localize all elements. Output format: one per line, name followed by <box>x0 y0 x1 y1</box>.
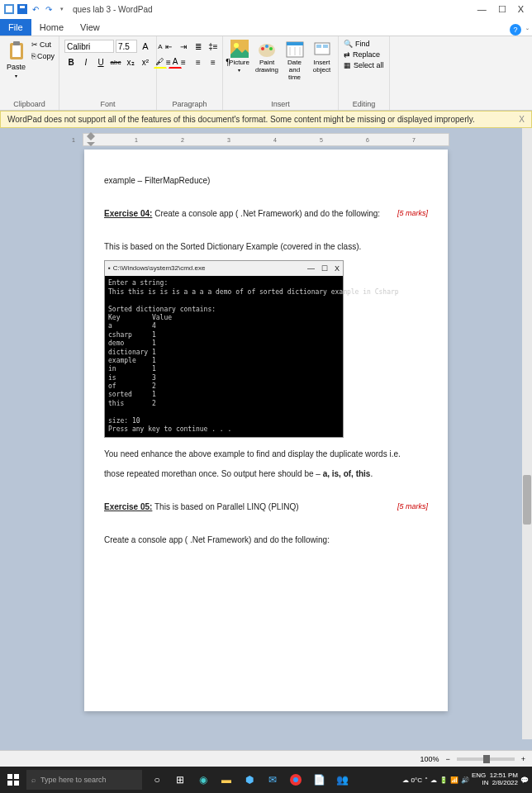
grow-font-button[interactable]: A <box>139 40 152 53</box>
paste-button[interactable]: Paste ▾ <box>5 40 27 80</box>
taskbar: ⌕ Type here to search ○ ⊞ ◉ ▬ ⬢ ✉ 📄 👥 ☁ … <box>0 767 532 793</box>
maximize-button[interactable]: ☐ <box>498 4 506 15</box>
weather-icon[interactable]: ☁ <box>402 776 409 784</box>
save-icon[interactable] <box>17 3 28 15</box>
underline-button[interactable]: U <box>94 55 107 69</box>
svg-point-26 <box>293 777 298 782</box>
ribbon-tabs: File Home View ? ˇ <box>0 18 532 36</box>
inc-indent-button[interactable]: ⇥ <box>177 40 190 53</box>
console-screenshot: ▪ C:\Windows\system32\cmd.exe — ☐ X Ente… <box>104 260 344 438</box>
insert-paint-button[interactable]: Paint drawing <box>255 40 278 74</box>
tab-file[interactable]: File <box>0 19 31 36</box>
font-size-select[interactable] <box>116 40 137 53</box>
zoom-in-button[interactable]: + <box>521 755 525 763</box>
doc-text: You need enhance the above example to fi… <box>104 448 428 461</box>
svg-rect-19 <box>316 45 321 48</box>
justify-button[interactable]: ≡ <box>207 55 220 69</box>
taskbar-search[interactable]: ⌕ Type here to search <box>26 770 142 790</box>
document-area: 1 1 2 3 4 5 6 7 example – FilterMapReduc… <box>0 128 532 739</box>
edge-icon[interactable]: ◉ <box>193 770 213 790</box>
subscript-button[interactable]: x₂ <box>124 55 137 69</box>
search-icon: ⌕ <box>31 776 36 784</box>
wordpad-icon[interactable]: 📄 <box>309 770 329 790</box>
redo-icon[interactable]: ↷ <box>43 3 55 15</box>
qat-dropdown-icon[interactable]: ▾ <box>56 3 68 15</box>
align-right-button[interactable]: ≡ <box>192 55 205 69</box>
replace-button[interactable]: ⇄Replace <box>344 50 384 59</box>
italic-button[interactable]: I <box>79 55 93 69</box>
minimize-button[interactable]: — <box>477 4 487 14</box>
zoom-out-button[interactable]: − <box>445 755 449 763</box>
bullets-button[interactable]: ≣ <box>192 40 205 53</box>
start-button[interactable] <box>0 767 26 793</box>
strike-button[interactable]: abc <box>109 55 122 69</box>
scissors-icon: ✂ <box>31 40 38 49</box>
tray-clock[interactable]: ENG 12:51 PM IN 2/8/2022 <box>472 772 518 787</box>
cortana-icon[interactable]: ○ <box>147 770 167 790</box>
svg-rect-3 <box>20 6 25 8</box>
app-icon <box>3 3 15 15</box>
dec-indent-button[interactable]: ⇤ <box>162 40 175 53</box>
tab-home[interactable]: Home <box>31 19 72 36</box>
vertical-scrollbar[interactable] <box>522 128 532 739</box>
bold-button[interactable]: B <box>64 55 78 69</box>
indent-marker-icon[interactable] <box>87 132 95 147</box>
svg-point-11 <box>265 45 268 48</box>
mail-icon[interactable]: ✉ <box>263 770 283 790</box>
explorer-icon[interactable]: ▬ <box>216 770 236 790</box>
editing-group-label: Editing <box>344 98 384 108</box>
select-all-button[interactable]: ▦Select all <box>344 61 384 69</box>
wifi-icon[interactable]: 📶 <box>450 776 458 784</box>
collapse-ribbon-icon[interactable]: ˇ <box>526 27 529 36</box>
svg-rect-6 <box>13 41 20 45</box>
superscript-button[interactable]: x² <box>139 55 152 69</box>
console-title-text: C:\Windows\system32\cmd.exe <box>113 264 206 274</box>
notifications-icon[interactable]: 💬 <box>520 776 529 784</box>
tab-view[interactable]: View <box>72 19 108 36</box>
document-page[interactable]: example – FilterMapReduce) Exercise 04: … <box>84 150 448 711</box>
svg-point-10 <box>261 47 264 50</box>
battery-icon[interactable]: 🔋 <box>439 776 448 784</box>
titlebar: ↶ ↷ ▾ ques lab 3 - WordPad — ☐ X <box>0 0 532 18</box>
svg-point-12 <box>269 47 273 50</box>
onedrive-icon[interactable]: ☁ <box>430 776 437 784</box>
svg-rect-20 <box>323 45 328 48</box>
volume-icon[interactable]: 🔊 <box>461 776 469 784</box>
scroll-thumb[interactable] <box>523 475 531 525</box>
task-view-icon[interactable]: ⊞ <box>170 770 190 790</box>
chrome-icon[interactable] <box>286 770 306 790</box>
cut-button[interactable]: ✂Cut <box>31 40 55 50</box>
align-center-button[interactable]: ≡ <box>177 55 190 69</box>
select-all-icon: ▦ <box>344 61 351 69</box>
font-name-select[interactable] <box>64 40 114 53</box>
status-bar: 100% − + <box>0 750 532 767</box>
paragraph-group-label: Paragraph <box>162 98 217 108</box>
align-left-button[interactable]: ≡ <box>162 55 175 69</box>
console-min-icon: — <box>307 263 315 274</box>
console-output: Enter a string: This this is is is a a a… <box>105 276 343 437</box>
store-icon[interactable]: ⬢ <box>240 770 259 790</box>
ruler[interactable]: 1 1 2 3 4 5 6 7 <box>83 133 449 146</box>
cmd-icon: ▪ <box>108 264 111 274</box>
close-button[interactable]: X <box>518 4 524 14</box>
insert-object-button[interactable]: Insert object <box>311 40 333 74</box>
temp-text[interactable]: 0°C <box>411 776 422 784</box>
svg-rect-2 <box>17 4 27 14</box>
teams-icon[interactable]: 👥 <box>332 770 352 790</box>
tray-chevron-icon[interactable]: ˄ <box>425 776 428 784</box>
svg-rect-22 <box>14 774 19 779</box>
svg-rect-1 <box>6 6 12 12</box>
undo-icon[interactable]: ↶ <box>30 3 41 15</box>
line-spacing-button[interactable]: ‡≡ <box>207 40 220 53</box>
doc-text: example – FilterMapReduce) <box>104 174 428 188</box>
search-placeholder: Type here to search <box>40 776 107 784</box>
warning-close-button[interactable]: X <box>519 115 525 124</box>
console-max-icon: ☐ <box>321 263 328 274</box>
help-icon[interactable]: ? <box>510 24 521 36</box>
find-button[interactable]: 🔍Find <box>344 40 384 48</box>
zoom-slider[interactable] <box>457 757 515 761</box>
insert-picture-button[interactable]: Picture▾ <box>228 40 250 73</box>
copy-button[interactable]: ⎘Copy <box>31 51 55 61</box>
insert-datetime-button[interactable]: Date and time <box>283 40 306 81</box>
doc-text: Exercise 05: This is based on Parallel L… <box>104 501 428 514</box>
